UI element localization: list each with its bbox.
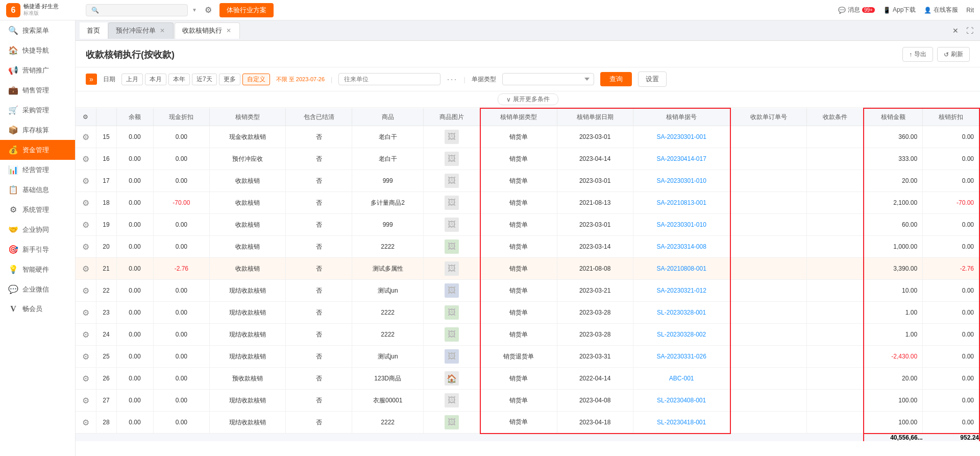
partner-filter-input[interactable] — [338, 73, 440, 85]
verify-no-link[interactable]: SL-20230328-002 — [657, 331, 706, 338]
cell-settings[interactable]: ⚙ — [76, 412, 96, 434]
app-download-area[interactable]: 📱 App下载 — [883, 6, 916, 14]
verify-no-link[interactable]: ABC-001 — [669, 375, 694, 382]
tab-verify-close[interactable]: ✕ — [225, 26, 232, 35]
industry-solution-btn[interactable]: 体验行业方案 — [219, 3, 274, 17]
verify-no-link[interactable]: SA-20230301-010 — [656, 177, 706, 184]
verify-no-link[interactable]: SL-20230418-001 — [657, 419, 706, 426]
user-area[interactable]: Rit — [966, 7, 974, 14]
cell-balance: 0.00 — [116, 236, 153, 258]
cell-settings[interactable]: ⚙ — [76, 368, 96, 390]
sidebar-item-wechat[interactable]: 💬 企业微信 — [0, 279, 75, 299]
refresh-btn[interactable]: ↺ 刷新 — [937, 47, 970, 62]
cell-settings[interactable]: ⚙ — [76, 170, 96, 192]
cell-settings[interactable]: ⚙ — [76, 302, 96, 324]
sidebar-item-basicinfo[interactable]: 📋 基础信息 — [0, 180, 75, 200]
col-settings[interactable]: ⚙ — [76, 108, 96, 126]
col-balance: 余额 — [116, 108, 153, 126]
cell-settings[interactable]: ⚙ — [76, 390, 96, 412]
sidebar-item-hardware[interactable]: 💡 智能硬件 — [0, 259, 75, 279]
verify-no-link[interactable]: SL-20230328-001 — [657, 309, 706, 316]
cell-verify-no[interactable]: SA-20210813-001 — [633, 192, 730, 214]
cell-verify-no[interactable]: SA-20230301-010 — [633, 214, 730, 236]
search-query-btn[interactable]: 查询 — [600, 72, 632, 86]
verify-no-link[interactable]: SA-20230321-012 — [656, 287, 706, 294]
cell-settings[interactable]: ⚙ — [76, 214, 96, 236]
verify-no-link[interactable]: SA-20230314-008 — [656, 243, 706, 250]
cell-verify-type: 现结收款核销 — [210, 302, 286, 324]
cell-verify-no[interactable]: SL-20230408-001 — [633, 390, 730, 412]
verify-no-link[interactable]: SA-20210808-001 — [656, 265, 706, 272]
sidebar-item-inventory[interactable]: 📦 库存核算 — [0, 120, 75, 140]
sidebar-item-label: 经营管理 — [22, 165, 49, 175]
tab-prepay[interactable]: 预付冲应付单 ✕ — [108, 22, 174, 39]
cell-settings[interactable]: ⚙ — [76, 192, 96, 214]
message-area[interactable]: 💬 消息 99+ — [838, 6, 875, 14]
date-last7-btn[interactable]: 近7天 — [192, 74, 217, 85]
tab-close-all-btn[interactable]: ✕ — [949, 25, 962, 37]
cell-settings[interactable]: ⚙ — [76, 346, 96, 368]
cell-settings[interactable]: ⚙ — [76, 258, 96, 280]
tab-prepay-close[interactable]: ✕ — [159, 26, 166, 35]
cell-settings[interactable]: ⚙ — [76, 148, 96, 170]
cell-verify-no[interactable]: SA-20230331-026 — [633, 346, 730, 368]
sidebar-item-newguide[interactable]: 🎯 新手引导 — [0, 239, 75, 259]
cell-verify-no[interactable]: ABC-001 — [633, 368, 730, 390]
cell-verify-no[interactable]: SA-20210808-001 — [633, 258, 730, 280]
cell-verify-no[interactable]: SA-20230314-008 — [633, 236, 730, 258]
cell-verify-no[interactable]: SA-20230301-010 — [633, 170, 730, 192]
sidebar-item-sysadmin[interactable]: ⚙ 系统管理 — [0, 200, 75, 220]
cell-settings[interactable]: ⚙ — [76, 280, 96, 302]
tab-home[interactable]: 首页 — [80, 22, 107, 39]
verify-no-link[interactable]: SA-20230301-001 — [656, 133, 706, 140]
date-more-btn[interactable]: 更多 — [219, 74, 240, 85]
col-verify-bill-type: 核销单据类型 — [480, 108, 557, 126]
date-this-year-btn[interactable]: 本年 — [168, 74, 190, 85]
settings-gear-btn[interactable]: ⚙ — [201, 3, 215, 17]
verify-no-link[interactable]: SA-20230301-010 — [656, 221, 706, 228]
sidebar-item-collab[interactable]: 🤝 企业协同 — [0, 220, 75, 239]
sidebar-item-vip[interactable]: V 畅会员 — [0, 299, 75, 319]
cell-verify-no[interactable]: SL-20230328-001 — [633, 302, 730, 324]
cell-settings[interactable]: ⚙ — [76, 236, 96, 258]
cell-verify-no[interactable]: SA-20230414-017 — [633, 148, 730, 170]
sidebar-item-search[interactable]: 🔍 搜索菜单 — [0, 20, 75, 40]
filter-setting-btn[interactable]: 设置 — [638, 71, 667, 87]
verify-no-link[interactable]: SA-20230414-017 — [656, 155, 706, 162]
cell-verify-no[interactable]: SA-20230301-001 — [633, 126, 730, 148]
tab-verify[interactable]: 收款核销执行 ✕ — [175, 22, 240, 39]
online-service-area[interactable]: 👤 在线客服 — [924, 6, 958, 14]
table-settings-icon[interactable]: ⚙ — [83, 113, 88, 121]
sidebar-item-sales[interactable]: 💼 销售管理 — [0, 80, 75, 100]
date-this-month-btn[interactable]: 本月 — [145, 74, 166, 85]
verify-no-link[interactable]: SA-20210813-001 — [656, 199, 706, 206]
tab-expand-btn[interactable]: ⛶ — [964, 25, 976, 37]
expand-more-btn[interactable]: ∨ 展开更多条件 — [498, 93, 558, 105]
date-custom-btn[interactable]: 自定义 — [242, 74, 270, 85]
export-btn[interactable]: ↑ 导出 — [902, 47, 933, 62]
sidebar-item-finance[interactable]: 💰 资金管理 — [0, 140, 75, 160]
bill-type-select[interactable] — [502, 73, 594, 85]
sidebar-item-purchase[interactable]: 🛒 采购管理 — [0, 100, 75, 120]
cell-verify-no[interactable]: SA-20230321-012 — [633, 280, 730, 302]
content-area: 首页 预付冲应付单 ✕ 收款核销执行 ✕ ✕ ⛶ 收款核销执行(按收款) — [76, 20, 980, 456]
global-search-input[interactable]: 🔍 — [86, 4, 188, 16]
cell-settings[interactable]: ⚙ — [76, 324, 96, 346]
cell-verify-date: 2023-03-28 — [557, 324, 633, 346]
cell-verify-no[interactable]: SL-20230328-002 — [633, 324, 730, 346]
sidebar-item-management[interactable]: 📊 经营管理 — [0, 160, 75, 180]
verify-no-link[interactable]: SA-20230331-026 — [656, 353, 706, 360]
cell-verify-no[interactable]: SL-20230418-001 — [633, 412, 730, 434]
cell-receipt-condition — [806, 368, 863, 390]
search-dropdown-arrow[interactable]: ▼ — [192, 7, 197, 13]
cell-includes-closed: 否 — [286, 236, 352, 258]
cell-no: 19 — [96, 214, 116, 236]
sidebar-item-marketing[interactable]: 📢 营销推广 — [0, 60, 75, 80]
tab-verify-label: 收款核销执行 — [182, 26, 222, 35]
sidebar-item-quicknav[interactable]: 🏠 快捷导航 — [0, 40, 75, 60]
cell-settings[interactable]: ⚙ — [76, 126, 96, 148]
date-last-month-btn[interactable]: 上月 — [121, 74, 143, 85]
verify-no-link[interactable]: SL-20230408-001 — [657, 397, 706, 404]
collapse-filter-btn[interactable]: » — [86, 74, 97, 85]
sidebar-item-label: 营销推广 — [22, 66, 49, 75]
